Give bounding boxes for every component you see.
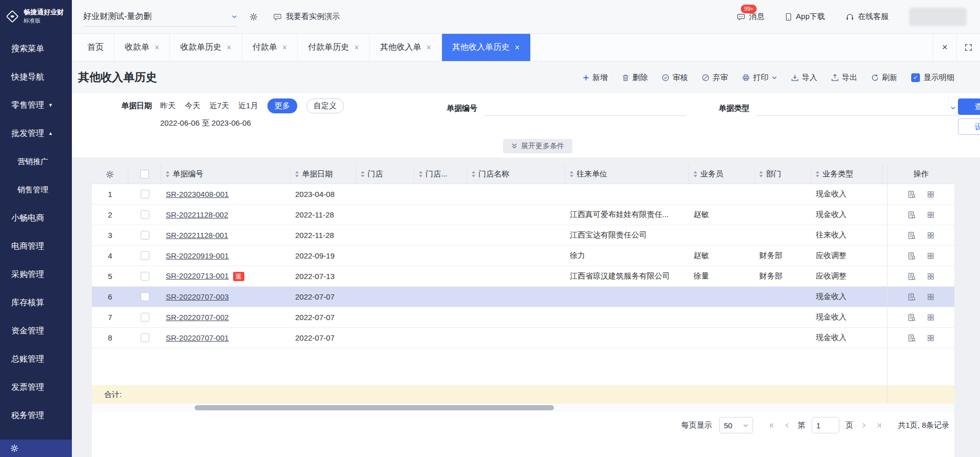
view-document-icon[interactable]	[908, 272, 916, 281]
last-page-button[interactable]	[874, 422, 883, 429]
show-detail-checkbox[interactable]: ✓	[911, 73, 920, 82]
table-row[interactable]: 3SR-20221128-0012022-11-28江西宝达有限责任公司往来收入	[92, 225, 954, 246]
view-document-icon[interactable]	[908, 211, 916, 219]
add-button[interactable]: 新增	[583, 73, 608, 83]
unaudit-button[interactable]: 弃审	[702, 73, 728, 83]
scrollbar-thumb[interactable]	[195, 405, 554, 410]
column-header-date[interactable]: 单据日期	[291, 165, 356, 184]
row-checkbox[interactable]	[141, 210, 149, 219]
horizontal-scrollbar[interactable]	[92, 404, 954, 412]
grid-more-icon[interactable]	[927, 232, 934, 239]
column-header-salesman[interactable]: 业务员	[689, 165, 755, 184]
sidebar-item[interactable]: 销售管理	[0, 176, 72, 204]
date-option[interactable]: 昨天	[160, 101, 176, 111]
row-checkbox[interactable]	[141, 333, 149, 342]
date-option[interactable]: 更多	[267, 98, 297, 113]
sidebar-item[interactable]: 发票管理	[0, 373, 72, 402]
date-option[interactable]: 近7天	[209, 101, 229, 111]
sidebar-item[interactable]: 快捷导航	[0, 63, 72, 91]
sidebar-item[interactable]: 零售管理▼	[0, 91, 72, 120]
tab[interactable]: 首页	[77, 34, 114, 61]
settings-gear-icon[interactable]	[10, 444, 18, 452]
grid-more-icon[interactable]	[927, 252, 934, 260]
sidebar-item[interactable]: 资金管理	[0, 317, 72, 345]
tab[interactable]: 付款单×	[242, 34, 298, 61]
grid-more-icon[interactable]	[927, 314, 934, 321]
tab-close-icon[interactable]: ×	[155, 44, 159, 52]
doc-no-link[interactable]: SR-20221128-002	[166, 210, 228, 219]
export-button[interactable]: 导出	[831, 73, 857, 83]
sidebar-item[interactable]: 总账管理	[0, 345, 72, 373]
column-header-dept[interactable]: 部门	[755, 165, 811, 184]
delete-button[interactable]: 删除	[622, 73, 648, 83]
tab[interactable]: 其他收入单历史×	[442, 34, 530, 61]
doc-no-link[interactable]: SR-20220919-001	[166, 251, 229, 260]
view-document-icon[interactable]	[908, 313, 916, 322]
show-detail-toggle[interactable]: ✓ 显示明细	[911, 73, 954, 83]
audit-button[interactable]: 审核	[662, 73, 688, 83]
column-header-doc_no[interactable]: 单据编号	[161, 165, 291, 184]
demo-link[interactable]: 我要看实例演示	[273, 12, 340, 22]
sidebar-item[interactable]: 批发管理▲	[0, 120, 72, 148]
sidebar-item[interactable]: 税务管理	[0, 402, 72, 430]
table-row[interactable]: 1SR-20230408-0012023-04-08现金收入	[92, 184, 954, 205]
grid-more-icon[interactable]	[927, 334, 934, 342]
doc-type-select[interactable]	[757, 101, 958, 116]
table-gear-icon[interactable]	[106, 170, 114, 178]
grid-more-icon[interactable]	[927, 191, 934, 198]
page-size-select[interactable]: 50	[719, 417, 753, 433]
grid-more-icon[interactable]	[927, 273, 934, 280]
tab-close-icon[interactable]: ×	[426, 44, 431, 52]
tab-close-icon[interactable]: ×	[226, 44, 231, 52]
view-document-icon[interactable]	[908, 190, 916, 198]
tab-close-icon[interactable]: ×	[282, 44, 287, 52]
app-download-button[interactable]: App下载	[785, 12, 825, 22]
doc-no-link[interactable]: SR-20230408-001	[166, 190, 229, 198]
table-row[interactable]: 8SR-20220707-0012022-07-07现金收入	[92, 328, 954, 348]
first-page-button[interactable]	[767, 422, 777, 429]
view-document-icon[interactable]	[908, 252, 916, 260]
user-account-blurred[interactable]	[909, 8, 967, 26]
query-button[interactable]: 查询	[958, 98, 980, 115]
tab[interactable]: 其他收入单×	[370, 34, 441, 61]
sidebar-item[interactable]: 搜索菜单	[0, 35, 72, 63]
org-selector[interactable]: 好业财测试-量勿删	[83, 7, 237, 27]
table-row[interactable]: 5SR-20220713-001退2022-07-13江西省琼汉建筑服务有限公司…	[92, 266, 954, 287]
row-checkbox[interactable]	[141, 190, 149, 198]
tab[interactable]: 付款单历史×	[298, 34, 370, 61]
sidebar-item[interactable]: 小畅电商	[0, 204, 72, 232]
sidebar-item[interactable]: 采购管理	[0, 261, 72, 289]
doc-no-link[interactable]: SR-20220707-003	[166, 292, 229, 301]
close-tabs-button[interactable]: ×	[933, 34, 956, 61]
select-all-checkbox[interactable]	[140, 170, 149, 178]
view-document-icon[interactable]	[908, 293, 916, 301]
table-row[interactable]: 6SR-20220707-0032022-07-07现金收入	[92, 287, 954, 307]
online-service-button[interactable]: 在线客服	[846, 12, 889, 22]
row-checkbox[interactable]	[141, 272, 149, 281]
date-option[interactable]: 今天	[185, 101, 200, 111]
doc-no-link[interactable]: SR-20220707-001	[166, 333, 229, 342]
messages-button[interactable]: 99+ 消息	[737, 12, 764, 22]
page-number-input[interactable]	[812, 417, 839, 433]
tab-close-icon[interactable]: ×	[354, 44, 359, 52]
sidebar-item[interactable]: 电商管理	[0, 232, 72, 261]
date-option[interactable]: 自定义	[306, 98, 344, 113]
doc-no-link[interactable]: SR-20221128-001	[166, 231, 228, 240]
sidebar-item[interactable]: 营销推广	[0, 148, 72, 176]
tab[interactable]: 收款单×	[114, 34, 170, 61]
grid-more-icon[interactable]	[927, 211, 934, 218]
refresh-button[interactable]: 刷新	[871, 73, 897, 83]
tab-close-icon[interactable]: ×	[515, 44, 520, 52]
column-header-partner[interactable]: 往来单位	[565, 165, 689, 184]
column-header-biz_type[interactable]: 业务类型	[811, 165, 882, 184]
grid-more-icon[interactable]	[927, 293, 934, 301]
row-checkbox[interactable]	[141, 313, 149, 322]
row-checkbox[interactable]	[141, 251, 149, 260]
import-button[interactable]: 导入	[791, 73, 817, 83]
doc-no-link[interactable]: SR-20220707-002	[166, 313, 229, 322]
expand-more-button[interactable]: 展开更多条件	[503, 139, 572, 153]
table-settings-cell[interactable]	[92, 165, 128, 184]
doc-no-input[interactable]	[485, 101, 686, 116]
table-row[interactable]: 4SR-20220919-0012022-09-19徐力赵敏财务部应收调整	[92, 246, 954, 266]
workspace-gear-icon[interactable]	[249, 13, 258, 21]
